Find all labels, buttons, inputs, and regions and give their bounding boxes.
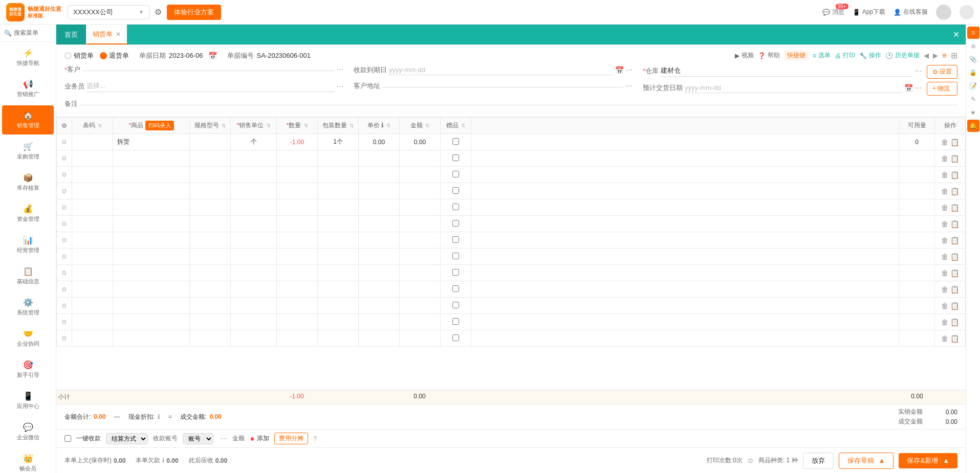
delete-icon[interactable]: 🗑 <box>941 236 948 244</box>
row-amount[interactable] <box>400 150 441 167</box>
row-quantity[interactable] <box>277 199 318 216</box>
row-gift[interactable] <box>441 330 471 347</box>
sidebar-item-sales[interactable]: 🏠 销售管理 <box>2 105 54 134</box>
row-barcode[interactable] <box>72 183 113 199</box>
row-pack-qty[interactable] <box>318 199 359 216</box>
row-settings[interactable]: ⚙ <box>57 167 72 183</box>
row-unit[interactable] <box>231 216 277 232</box>
row-product[interactable] <box>113 265 190 281</box>
customer-address-input[interactable] <box>382 85 624 87</box>
row-gift[interactable] <box>441 150 471 167</box>
row-spec[interactable] <box>190 216 231 232</box>
row-barcode[interactable] <box>72 232 113 249</box>
row-amount[interactable] <box>400 232 441 249</box>
message-icon-item[interactable]: 💬 消息 99+ <box>822 8 844 16</box>
row-quantity[interactable] <box>277 330 318 347</box>
row-remark[interactable] <box>471 232 899 249</box>
row-unit[interactable] <box>231 249 277 265</box>
row-product[interactable] <box>113 298 190 314</box>
th-product[interactable]: *商品 扫码录入 <box>113 118 190 134</box>
date-calendar-icon[interactable]: 📅 <box>208 52 217 60</box>
row-spec[interactable] <box>190 298 231 314</box>
scan-barcode-button[interactable]: 扫码录入 <box>145 121 174 130</box>
row-unit-price[interactable] <box>359 281 400 298</box>
row-remark[interactable] <box>471 330 899 347</box>
row-unit-price[interactable] <box>359 298 400 314</box>
sidebar-item-guide[interactable]: 🎯 新手引导 <box>2 355 54 384</box>
row-settings[interactable]: ⚙ <box>57 314 72 330</box>
delete-icon[interactable]: 🗑 <box>941 269 948 277</box>
row-spec[interactable] <box>190 183 231 199</box>
right-panel-note-icon[interactable]: 📝 <box>967 80 979 92</box>
row-pack-qty[interactable] <box>318 183 359 199</box>
receipt-dots-btn[interactable]: ··· <box>626 65 633 75</box>
row-barcode[interactable] <box>72 330 113 347</box>
operate-btn[interactable]: 🔧 操作 <box>859 51 881 60</box>
row-amount[interactable] <box>400 199 441 216</box>
row-unit-price[interactable] <box>359 314 400 330</box>
row-unit-price[interactable]: 0.00 <box>359 134 400 150</box>
company-selector[interactable]: XXXXXX公司 ▼ <box>68 5 149 19</box>
row-gift[interactable] <box>441 199 471 216</box>
row-unit-price[interactable] <box>359 265 400 281</box>
row-settings[interactable]: ⚙ <box>57 265 72 281</box>
row-unit-price[interactable] <box>359 150 400 167</box>
select-btn[interactable]: ≡ 选单 <box>813 51 831 60</box>
save-new-chevron[interactable]: ▲ <box>940 457 949 464</box>
sidebar-item-enterprise[interactable]: 🤝 企业协同 <box>2 324 54 353</box>
delete-icon[interactable]: 🗑 <box>941 302 948 310</box>
row-pack-qty[interactable] <box>318 216 359 232</box>
row-spec[interactable] <box>190 199 231 216</box>
row-unit[interactable] <box>231 232 277 249</box>
row-product[interactable] <box>113 314 190 330</box>
sidebar-item-inventory[interactable]: 📦 库存核算 <box>2 168 54 197</box>
row-quantity[interactable] <box>277 314 318 330</box>
row-product[interactable] <box>113 167 190 183</box>
video-btn[interactable]: ▶ 视频 <box>735 51 754 60</box>
th-spec[interactable]: 规格型号 ⇅ <box>190 118 231 134</box>
right-panel-bell-icon[interactable]: 🔔 <box>967 120 979 132</box>
row-gift[interactable] <box>441 216 471 232</box>
row-remark[interactable] <box>471 199 899 216</box>
row-product[interactable]: 拆货 <box>113 134 190 150</box>
row-amount[interactable] <box>400 183 441 199</box>
row-pack-qty[interactable] <box>318 298 359 314</box>
radio-return[interactable]: 退货单 <box>100 51 129 60</box>
row-remark[interactable] <box>471 249 899 265</box>
save-new-button[interactable]: 保存&新增 ▲ <box>899 453 957 468</box>
copy-icon[interactable]: 📋 <box>950 302 959 310</box>
th-available[interactable]: 可用量 <box>899 118 935 134</box>
copy-icon[interactable]: 📋 <box>950 138 959 146</box>
row-product[interactable] <box>113 281 190 298</box>
row-gift[interactable] <box>441 249 471 265</box>
row-spec[interactable] <box>190 330 231 347</box>
th-unit-price[interactable]: 单价 ℹ ⇅ <box>359 118 400 134</box>
customer-input[interactable] <box>82 69 335 71</box>
th-barcode[interactable]: 条码 ⇅ <box>72 118 113 134</box>
row-barcode[interactable] <box>72 249 113 265</box>
sidebar-item-wechat[interactable]: 💬 企业微信 <box>2 417 54 446</box>
row-spec[interactable] <box>190 314 231 330</box>
row-quantity[interactable] <box>277 183 318 199</box>
row-pack-qty[interactable] <box>318 314 359 330</box>
logistics-button[interactable]: + 物流 <box>927 82 957 96</box>
delivery-dots-btn[interactable]: ··· <box>915 83 922 93</box>
total-owed-info-icon[interactable]: ℹ <box>162 457 164 464</box>
nav-next-icon[interactable]: ▶ <box>933 52 938 59</box>
row-amount[interactable] <box>400 298 441 314</box>
row-product[interactable] <box>113 199 190 216</box>
save-draft-chevron[interactable]: ▲ <box>876 457 885 464</box>
sidebar-item-apps[interactable]: 📱 应用中心 <box>2 386 54 415</box>
row-remark[interactable] <box>471 281 899 298</box>
copy-icon[interactable]: 📋 <box>950 318 959 326</box>
row-settings[interactable]: ⚙ <box>57 150 72 167</box>
account-select[interactable]: 账号 <box>183 433 213 444</box>
row-unit[interactable] <box>231 265 277 281</box>
row-unit[interactable] <box>231 199 277 216</box>
row-pack-qty[interactable] <box>318 265 359 281</box>
th-pack-qty[interactable]: 包装数量 ⇅ <box>318 118 359 134</box>
receipt-calendar-icon[interactable]: 📅 <box>615 66 624 74</box>
row-quantity[interactable] <box>277 265 318 281</box>
row-remark[interactable] <box>471 314 899 330</box>
row-settings[interactable]: ⚙ <box>57 298 72 314</box>
